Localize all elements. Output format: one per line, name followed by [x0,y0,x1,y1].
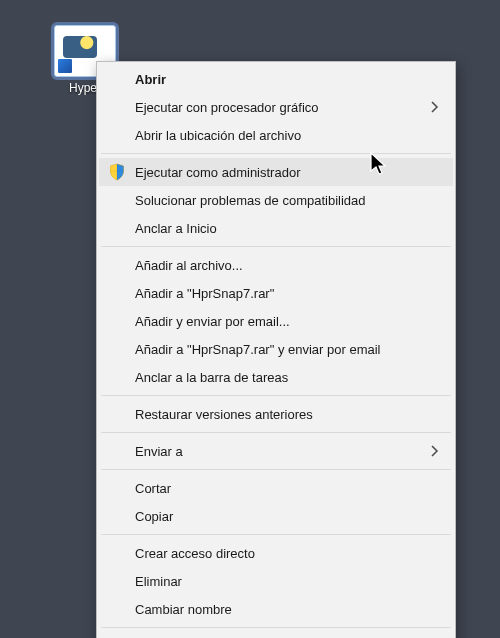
menu-item[interactable]: Añadir y enviar por email... [99,307,453,335]
menu-item[interactable]: Añadir a "HprSnap7.rar" y enviar por ema… [99,335,453,363]
menu-item-label: Abrir [135,72,166,87]
menu-item[interactable]: Restaurar versiones anteriores [99,400,453,428]
menu-item-label: Añadir al archivo... [135,258,243,273]
menu-item[interactable]: Propiedades [99,632,453,638]
menu-item[interactable]: Crear acceso directo [99,539,453,567]
menu-item-label: Abrir la ubicación del archivo [135,128,301,143]
menu-item[interactable]: Ejecutar con procesador gráfico [99,93,453,121]
menu-item-label: Cortar [135,481,171,496]
menu-separator [101,395,451,396]
menu-item-label: Añadir y enviar por email... [135,314,290,329]
menu-item-label: Crear acceso directo [135,546,255,561]
menu-item[interactable]: Copiar [99,502,453,530]
menu-separator [101,469,451,470]
menu-separator [101,627,451,628]
menu-item-label: Enviar a [135,444,183,459]
menu-separator [101,534,451,535]
menu-item[interactable]: Eliminar [99,567,453,595]
context-menu: AbrirEjecutar con procesador gráficoAbri… [96,61,456,638]
menu-item-label: Solucionar problemas de compatibilidad [135,193,366,208]
menu-item[interactable]: Anclar a Inicio [99,214,453,242]
shield-icon [108,163,126,181]
menu-separator [101,153,451,154]
menu-item[interactable]: Añadir al archivo... [99,251,453,279]
chevron-right-icon [431,101,439,113]
menu-separator [101,246,451,247]
menu-item[interactable]: Cortar [99,474,453,502]
menu-item-label: Ejecutar como administrador [135,165,300,180]
menu-item-label: Añadir a "HprSnap7.rar" y enviar por ema… [135,342,381,357]
menu-item-label: Copiar [135,509,173,524]
menu-item[interactable]: Abrir [99,65,453,93]
menu-item-label: Ejecutar con procesador gráfico [135,100,319,115]
menu-item[interactable]: Solucionar problemas de compatibilidad [99,186,453,214]
menu-item[interactable]: Abrir la ubicación del archivo [99,121,453,149]
chevron-right-icon [431,445,439,457]
menu-item[interactable]: Cambiar nombre [99,595,453,623]
menu-item-label: Añadir a "HprSnap7.rar" [135,286,274,301]
menu-item[interactable]: Ejecutar como administrador [99,158,453,186]
menu-item-label: Anclar a la barra de tareas [135,370,288,385]
menu-item-label: Restaurar versiones anteriores [135,407,313,422]
menu-item[interactable]: Anclar a la barra de tareas [99,363,453,391]
menu-item-label: Anclar a Inicio [135,221,217,236]
menu-item-label: Eliminar [135,574,182,589]
menu-item-label: Cambiar nombre [135,602,232,617]
menu-item[interactable]: Enviar a [99,437,453,465]
menu-item[interactable]: Añadir a "HprSnap7.rar" [99,279,453,307]
menu-separator [101,432,451,433]
